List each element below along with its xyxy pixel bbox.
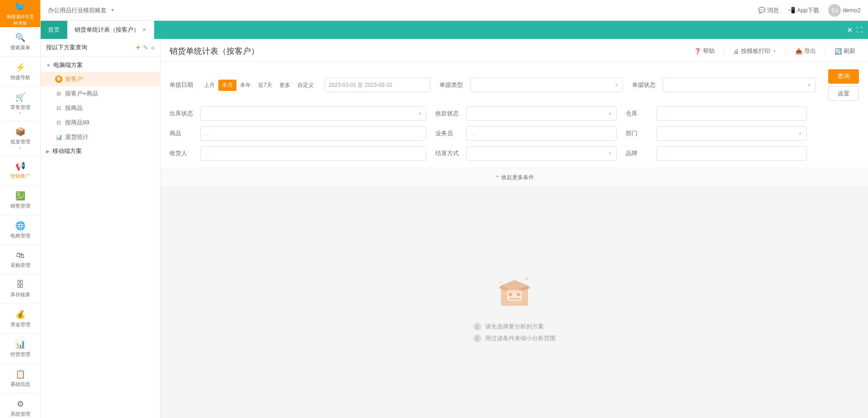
breadcrumb-area: 办公用品行业模拟账套 ▼ [48, 6, 115, 14]
order-type-arrow: ▼ [614, 83, 619, 88]
sidebar-item-basic[interactable]: 📋 基础信息 [0, 364, 40, 394]
sidebar-item-system[interactable]: ⚙ 系统管理 [0, 394, 40, 418]
sidebar-item-wholesale[interactable]: 📦 批发管理 ▲ [0, 121, 40, 156]
divider3 [825, 48, 826, 55]
payment-status-input[interactable]: ▼ [466, 106, 616, 121]
finance-icon: 💰 [15, 309, 25, 319]
username-label: demo2 [843, 7, 861, 14]
out-status-field: 出库状态 ▼ [170, 106, 435, 121]
app-download-btn[interactable]: 📲 App下载 [788, 6, 819, 14]
date-label: 单据日期 [170, 81, 197, 89]
date-range-input[interactable]: 2023-03-01 至 2023-03-31 [325, 78, 430, 92]
query-reset-group: 查询 设置 [828, 69, 859, 101]
order-type-input[interactable]: ▼ [470, 78, 623, 92]
tip-2-text: 用过滤条件来缩小分析范围 [485, 334, 556, 342]
sidebar-item-marketing[interactable]: 📢 营销推广 [0, 156, 40, 185]
tab-close-icon[interactable]: ✕ [142, 27, 146, 33]
sidebar-item-business[interactable]: 📊 经营管理 [0, 334, 40, 364]
department-input[interactable]: ▼ [656, 126, 807, 141]
order-status-input[interactable]: ▼ [663, 78, 816, 92]
salesperson-input[interactable]: ... [466, 126, 616, 141]
collapse-arrow-icon: ⌃ [495, 175, 500, 181]
user-profile-btn[interactable]: Ea demo2 [828, 4, 861, 17]
scheme-customer-product-icon: ⊞ [55, 90, 62, 97]
svg-rect-8 [509, 298, 520, 299]
scheme-customer-product-label: 按客户+商品 [65, 90, 98, 98]
message-btn[interactable]: 💬 消息 [758, 6, 779, 14]
scheme-title: 按以下方案查询 [46, 43, 87, 52]
date-tab-custom[interactable]: 自定义 [294, 80, 317, 91]
collapse-bar: ⌃ 收起更多条件 [160, 168, 868, 187]
sidebar-item-purchase[interactable]: 🛍 采购管理 [0, 245, 40, 275]
tab-home[interactable]: 首页 [41, 21, 67, 39]
brand-label: 品牌 [626, 149, 653, 157]
scheme-item-by-customer-product[interactable]: ⊞ 按客户+商品 [41, 86, 160, 101]
date-tab-last-month[interactable]: 上月 [200, 80, 218, 91]
message-icon: 💬 [758, 7, 765, 14]
sidebar-item-inventory[interactable]: 🗄 库存核算 [0, 275, 40, 304]
scheme-item-return-stats[interactable]: 📊 退货统计 [41, 130, 160, 144]
brand-value: ... [660, 150, 665, 157]
date-tabs: 上月 本月 本年 近7天 更多 自定义 [200, 80, 317, 91]
sidebar-item-sales[interactable]: 💹 销售管理 [0, 185, 40, 215]
breadcrumb-dropdown-icon[interactable]: ▼ [110, 8, 115, 13]
refresh-icon: 🔄 [835, 48, 842, 55]
tab-sales-by-customer[interactable]: 销货单统计表（按客户） ✕ [67, 21, 154, 39]
warehouse-input[interactable]: ... [656, 106, 807, 121]
date-tab-this-month[interactable]: 本月 [218, 80, 236, 91]
sidebar-item-retail[interactable]: 🛒 零售管理 ▼ [0, 87, 40, 121]
out-status-input[interactable]: ▼ [200, 106, 426, 121]
filter-area: 销货单统计表（按客户） ❓ 帮助 🖨 按模板打印 ▼ 📤 [160, 39, 868, 418]
settlement-input[interactable]: ▼ [466, 146, 616, 161]
scheme-collapse-btn[interactable]: « [151, 44, 155, 51]
scheme-add-btn[interactable]: + [136, 43, 140, 52]
scheme-return-icon: 📊 [55, 133, 62, 141]
scheme-group-desktop-header[interactable]: ▼ 电脑端方案 [41, 58, 160, 72]
breadcrumb-text: 办公用品行业模拟账套 [48, 6, 107, 14]
date-tab-this-year[interactable]: 本年 [236, 80, 255, 91]
app-logo[interactable]: 🐦 畅捷通好生意 标准版 [0, 0, 41, 27]
refresh-btn[interactable]: 🔄 刷新 [831, 45, 859, 57]
scheme-edit-btn[interactable]: ✎ [143, 44, 148, 51]
department-field: 部门 ▼ [626, 126, 816, 141]
sidebar-item-search[interactable]: 🔍 搜索菜单 [0, 27, 40, 57]
date-tab-more[interactable]: 更多 [276, 80, 294, 91]
reset-btn[interactable]: 设置 [828, 86, 859, 101]
scheme-item-by-customer[interactable]: 客 按客户 [41, 72, 160, 86]
goods-input[interactable]: ... [200, 126, 426, 141]
out-status-arrow: ▼ [418, 111, 423, 116]
brand-input[interactable]: ... [656, 146, 807, 161]
scheme-item-by-product-99[interactable]: ⊟ 按商品99 [41, 115, 160, 130]
template-print-btn[interactable]: 🖨 按模板打印 ▼ [730, 45, 780, 57]
scheme-group-mobile-header[interactable]: ▶ 移动端方案 [41, 144, 160, 158]
help-icon: ❓ [694, 48, 701, 55]
collapse-more-btn[interactable]: ⌃ 收起更多条件 [488, 172, 541, 183]
tab-home-label: 首页 [48, 26, 60, 34]
salesperson-label: 业务员 [435, 129, 462, 138]
sales-icon: 💹 [15, 191, 25, 201]
sidebar-item-ecommerce[interactable]: 🌐 电商管理 [0, 215, 40, 245]
template-print-label: 按模板打印 [741, 47, 770, 55]
help-label: 帮助 [703, 47, 715, 55]
scheme-product-icon: ⊟ [55, 104, 62, 112]
query-btn[interactable]: 查询 [828, 69, 859, 84]
scheme-product-label: 按商品 [65, 104, 83, 112]
export-btn[interactable]: 📤 导出 [792, 45, 820, 57]
date-tab-7days[interactable]: 近7天 [255, 80, 276, 91]
avatar-text: Ea [831, 7, 838, 14]
sidebar-item-quicknav[interactable]: ⚡ 快捷导航 [0, 57, 40, 87]
tip-num-2: 2 [473, 334, 481, 342]
filter-row-1: 单据日期 上月 本月 本年 近7天 更多 自定义 2023-03-01 至 20… [170, 69, 859, 101]
sidebar-item-finance[interactable]: 💰 资金管理 [0, 304, 40, 334]
tab-fullscreen-icon[interactable]: ⛶ [856, 26, 863, 33]
content-area: 按以下方案查询 + ✎ « ▼ 电脑端方案 客 按客户 [41, 39, 868, 418]
scheme-return-label: 退货统计 [65, 133, 89, 141]
department-label: 部门 [626, 129, 653, 138]
recipient-label: 收货人 [170, 149, 197, 157]
scheme-item-by-product[interactable]: ⊟ 按商品 [41, 101, 160, 115]
out-status-label: 出库状态 [170, 109, 197, 118]
help-btn[interactable]: ❓ 帮助 [690, 45, 718, 57]
tab-bar: 首页 销货单统计表（按客户） ✕ ✕ ⛶ [41, 21, 868, 39]
tab-close-window-icon[interactable]: ✕ [847, 26, 853, 34]
recipient-input[interactable]: ... [200, 146, 426, 161]
